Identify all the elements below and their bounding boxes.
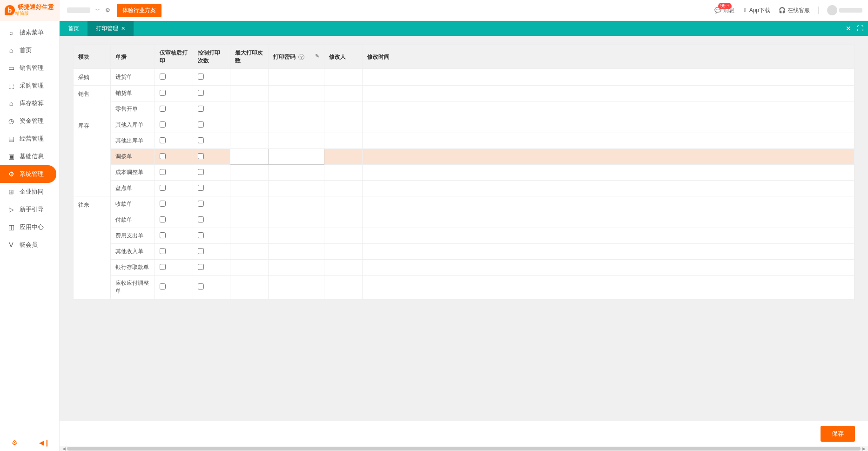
member-icon: V bbox=[7, 241, 15, 249]
only-after-audit-checkbox[interactable] bbox=[160, 232, 166, 238]
basic-icon: ▣ bbox=[7, 153, 15, 160]
control-count-cell bbox=[193, 86, 230, 101]
only-after-audit-checkbox[interactable] bbox=[160, 106, 166, 112]
sidebar-item-operation[interactable]: ▤经营管理 bbox=[0, 130, 59, 148]
only-after-audit-checkbox[interactable] bbox=[160, 216, 166, 222]
control-count-checkbox[interactable] bbox=[198, 121, 204, 128]
password-cell bbox=[269, 133, 324, 149]
control-count-checkbox[interactable] bbox=[198, 232, 204, 238]
doc-cell: 其他收入单 bbox=[111, 244, 155, 260]
sidebar-settings-button[interactable]: ⚙ bbox=[0, 434, 30, 451]
sidebar-item-search-menu[interactable]: ⌕搜索菜单 bbox=[0, 24, 59, 41]
sidebar-item-purchase[interactable]: ⬚采购管理 bbox=[0, 77, 59, 94]
control-count-checkbox[interactable] bbox=[198, 137, 204, 143]
only-after-audit-cell bbox=[155, 69, 193, 86]
table-row: 调拨单 bbox=[74, 149, 855, 165]
modifier-cell bbox=[324, 228, 363, 244]
table-row: 应收应付调整单 bbox=[74, 276, 855, 299]
sidebar-item-system[interactable]: ⚙系统管理 bbox=[0, 165, 56, 183]
logo[interactable]: b 畅捷通好生意 精简版 bbox=[0, 0, 60, 21]
edit-icon[interactable]: ✎ bbox=[315, 53, 319, 59]
sidebar-item-member[interactable]: V畅会员 bbox=[0, 236, 59, 254]
max-count-cell bbox=[230, 69, 269, 86]
control-count-checkbox[interactable] bbox=[198, 216, 204, 222]
sales-icon: ▭ bbox=[7, 64, 15, 72]
max-count-cell bbox=[230, 101, 269, 117]
scroll-left-icon[interactable]: ◀ bbox=[61, 446, 66, 451]
only-after-audit-checkbox[interactable] bbox=[160, 169, 166, 175]
tab-label: 首页 bbox=[68, 25, 79, 33]
only-after-audit-cell bbox=[155, 212, 193, 228]
sidebar-item-home[interactable]: ⌂首页 bbox=[0, 41, 59, 59]
only-after-audit-checkbox[interactable] bbox=[160, 201, 166, 207]
tab-0[interactable]: 首页 bbox=[60, 21, 87, 36]
only-after-audit-checkbox[interactable] bbox=[160, 283, 166, 289]
sidebar-item-label: 新手引导 bbox=[20, 205, 44, 214]
support-button[interactable]: 🎧 在线客服 bbox=[779, 7, 810, 14]
gear-icon[interactable]: ⚙ bbox=[105, 7, 110, 13]
only-after-audit-checkbox[interactable] bbox=[160, 248, 166, 254]
modifier-cell bbox=[324, 165, 363, 181]
tab-1[interactable]: 打印管理✕ bbox=[87, 21, 134, 36]
sidebar-item-inventory[interactable]: ⌂库存核算 bbox=[0, 94, 59, 112]
password-cell[interactable] bbox=[269, 149, 324, 165]
save-button[interactable]: 保存 bbox=[821, 426, 855, 442]
sidebar-item-sales[interactable]: ▭销售管理 bbox=[0, 59, 59, 77]
user-menu[interactable] bbox=[827, 5, 862, 15]
only-after-audit-checkbox[interactable] bbox=[160, 264, 166, 270]
sidebar-item-apps[interactable]: ◫应用中心 bbox=[0, 218, 59, 236]
doc-cell: 银行存取款单 bbox=[111, 260, 155, 276]
horizontal-scrollbar[interactable]: ◀ ▶ bbox=[60, 446, 868, 451]
th-password-label: 打印密码 bbox=[273, 54, 296, 60]
only-after-audit-checkbox[interactable] bbox=[160, 121, 166, 128]
only-after-audit-checkbox[interactable] bbox=[160, 90, 166, 96]
sidebar-item-funds[interactable]: ◷资金管理 bbox=[0, 112, 59, 130]
header: b 畅捷通好生意 精简版 ﹀ ⚙ 体验行业方案 💬 99 + 消息 ⇩ App下… bbox=[0, 0, 868, 21]
control-count-checkbox[interactable] bbox=[198, 153, 204, 159]
password-cell bbox=[269, 86, 324, 101]
max-count-cell bbox=[230, 133, 269, 149]
help-icon[interactable]: ? bbox=[298, 54, 304, 60]
table-row: 其他收入单 bbox=[74, 244, 855, 260]
purchase-icon: ⬚ bbox=[7, 82, 15, 89]
modify-time-cell bbox=[363, 181, 855, 196]
password-cell bbox=[269, 181, 324, 196]
sidebar-item-guide[interactable]: ▷新手引导 bbox=[0, 201, 59, 218]
only-after-audit-checkbox[interactable] bbox=[160, 185, 166, 191]
tab-close-all-button[interactable]: ✕ bbox=[846, 25, 851, 32]
sidebar-item-label: 销售管理 bbox=[20, 64, 44, 72]
only-after-audit-checkbox[interactable] bbox=[160, 153, 166, 159]
control-count-checkbox[interactable] bbox=[198, 283, 204, 289]
control-count-checkbox[interactable] bbox=[198, 74, 204, 80]
messages-badge: 99 + bbox=[718, 3, 732, 9]
sidebar-item-basic[interactable]: ▣基础信息 bbox=[0, 148, 59, 165]
control-count-cell bbox=[193, 117, 230, 133]
control-count-checkbox[interactable] bbox=[198, 248, 204, 254]
control-count-checkbox[interactable] bbox=[198, 169, 204, 175]
sidebar-item-label: 畅会员 bbox=[20, 241, 38, 249]
doc-cell: 付款单 bbox=[111, 212, 155, 228]
sidebar-collapse-button[interactable]: ◀❙ bbox=[30, 434, 60, 451]
sidebar-item-label: 基础信息 bbox=[20, 152, 44, 161]
modifier-cell bbox=[324, 244, 363, 260]
app-download-button[interactable]: ⇩ App下载 bbox=[743, 7, 770, 14]
sidebar-item-collab[interactable]: ⊞企业协同 bbox=[0, 183, 59, 201]
modifier-cell bbox=[324, 149, 363, 165]
scroll-right-icon[interactable]: ▶ bbox=[861, 446, 866, 451]
only-after-audit-checkbox[interactable] bbox=[160, 74, 166, 80]
messages-button[interactable]: 💬 99 + 消息 bbox=[714, 7, 734, 14]
org-selector[interactable]: ﹀ ⚙ bbox=[67, 7, 110, 14]
control-count-checkbox[interactable] bbox=[198, 201, 204, 207]
only-after-audit-checkbox[interactable] bbox=[160, 137, 166, 143]
scroll-thumb[interactable] bbox=[67, 447, 861, 451]
only-after-audit-cell bbox=[155, 101, 193, 117]
control-count-checkbox[interactable] bbox=[198, 90, 204, 96]
modify-time-cell bbox=[363, 165, 855, 181]
industry-plan-button[interactable]: 体验行业方案 bbox=[117, 4, 161, 17]
close-icon[interactable]: ✕ bbox=[121, 26, 125, 32]
control-count-checkbox[interactable] bbox=[198, 106, 204, 112]
control-count-checkbox[interactable] bbox=[198, 185, 204, 191]
fullscreen-button[interactable]: ⛶ bbox=[857, 25, 863, 32]
control-count-checkbox[interactable] bbox=[198, 264, 204, 270]
max-count-cell[interactable] bbox=[230, 149, 269, 165]
